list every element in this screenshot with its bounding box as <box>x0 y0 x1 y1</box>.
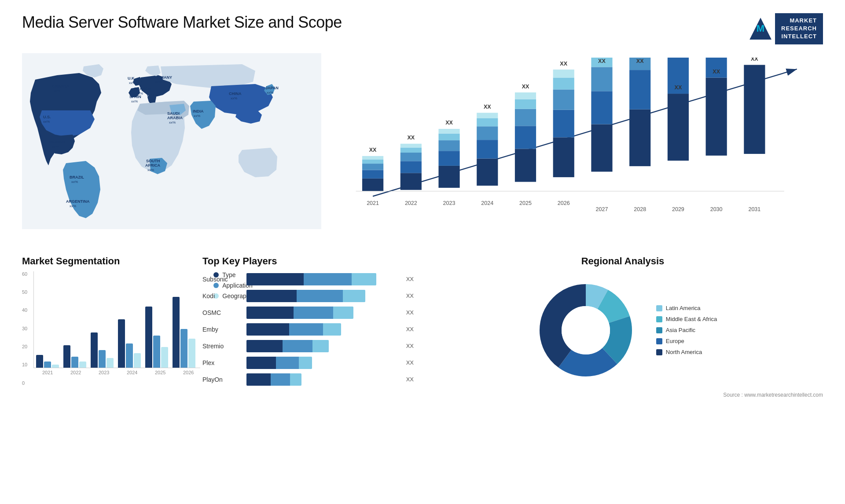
svg-text:XX: XX <box>751 58 758 62</box>
svg-rect-28 <box>400 161 422 173</box>
player-row-plex: Plex XX <box>202 357 414 369</box>
growth-chart-container: XX 2021 XX 2022 XX 2023 <box>321 53 823 242</box>
regional-title: Regional Analysis <box>422 256 823 267</box>
southafrica-label: SOUTH <box>146 159 160 163</box>
player-name-playon: PlayOn <box>202 376 242 383</box>
seg-bar-type-2021 <box>36 355 43 368</box>
legend-north-america: North America <box>656 349 717 355</box>
svg-rect-69 <box>629 70 650 110</box>
svg-text:xx%: xx% <box>231 96 237 100</box>
svg-text:AFRICA: AFRICA <box>145 163 160 168</box>
svg-text:XX: XX <box>675 84 682 91</box>
svg-line-18 <box>373 69 797 196</box>
seg-group-2025 <box>145 307 168 368</box>
svg-rect-49 <box>515 126 536 149</box>
svg-rect-59 <box>553 69 574 77</box>
india-label: INDIA <box>193 109 204 113</box>
player-row-osmc: OSMC XX <box>202 307 414 319</box>
segmentation-title: Market Segmentation <box>22 256 194 267</box>
players-section: Top Key Players Subsonic XX Kodi <box>202 256 414 440</box>
seg-group-2022 <box>63 345 86 368</box>
svg-rect-48 <box>515 149 536 182</box>
players-title: Top Key Players <box>202 256 414 267</box>
svg-text:xx%: xx% <box>194 114 200 118</box>
svg-text:xx%: xx% <box>54 89 60 93</box>
svg-rect-37 <box>438 133 459 140</box>
svg-text:2025: 2025 <box>519 200 532 206</box>
page-title: Media Server Software Market Size and Sc… <box>22 13 342 32</box>
svg-text:2023: 2023 <box>443 200 456 206</box>
player-bar-playon <box>246 373 399 386</box>
svg-text:XX: XX <box>484 103 491 110</box>
seg-bar-app-2021 <box>44 362 51 368</box>
player-name-plex: Plex <box>202 359 242 366</box>
svg-text:2022: 2022 <box>405 200 417 206</box>
seg-xlabel-2026: 2026 <box>176 370 200 375</box>
svg-rect-30 <box>400 147 422 153</box>
player-row-playon: PlayOn XX <box>202 373 414 386</box>
player-xx-plex: XX <box>406 359 414 366</box>
player-bar-osmc <box>246 307 399 319</box>
svg-text:xx%: xx% <box>43 120 50 124</box>
brazil-label: BRAZIL <box>70 175 84 179</box>
svg-text:XX: XX <box>522 83 529 89</box>
svg-rect-27 <box>400 173 422 190</box>
player-row-stremio: Stremio XX <box>202 340 414 352</box>
legend-asia-pacific-color <box>656 327 662 333</box>
svg-rect-38 <box>438 129 459 134</box>
svg-text:XX: XX <box>636 58 644 64</box>
svg-rect-78 <box>744 65 765 153</box>
seg-group-2021 <box>36 355 59 368</box>
argentina-label: ARGENTINA <box>66 199 90 204</box>
legend-europe-color <box>656 338 662 344</box>
china-label: CHINA <box>229 91 242 96</box>
svg-rect-44 <box>477 118 498 126</box>
player-name-stremio: Stremio <box>202 343 242 350</box>
player-name-emby: Emby <box>202 326 242 333</box>
donut-container: Latin America Middle East & Africa Asia … <box>422 273 823 387</box>
uk-label: U.K. <box>128 76 136 80</box>
player-bar-kodi <box>246 290 399 302</box>
legend-mea-color <box>656 316 662 322</box>
donut-chart <box>529 273 643 387</box>
svg-text:XX: XX <box>598 58 606 64</box>
legend-asia-pacific: Asia Pacific <box>656 327 717 333</box>
svg-rect-22 <box>362 164 383 170</box>
svg-rect-36 <box>438 140 459 151</box>
page-container: Media Server Software Market Size and Sc… <box>0 0 845 504</box>
saudi-label: SAUDI <box>167 111 180 116</box>
legend-europe: Europe <box>656 338 717 344</box>
svg-text:xx%: xx% <box>267 91 273 95</box>
player-row-subsonic: Subsonic XX <box>202 273 414 285</box>
player-name-osmc: OSMC <box>202 309 242 316</box>
legend-latin-america-color <box>656 305 662 311</box>
spain-label: SPAIN <box>129 95 141 99</box>
svg-rect-31 <box>400 143 422 147</box>
svg-rect-45 <box>477 113 498 118</box>
us-label: U.S. <box>43 115 51 119</box>
seg-xlabel-2023: 2023 <box>92 370 116 375</box>
svg-rect-29 <box>400 153 422 161</box>
player-xx-stremio: XX <box>406 343 414 349</box>
logo-text: MARKET RESEARCH INTELLECT <box>775 13 823 44</box>
player-xx-emby: XX <box>406 326 414 332</box>
svg-text:xx%: xx% <box>147 168 154 172</box>
seg-group-2026 <box>173 297 195 368</box>
svg-text:xx%: xx% <box>155 80 162 84</box>
svg-rect-56 <box>553 110 574 137</box>
svg-text:XX: XX <box>560 60 567 66</box>
legend-mea: Middle East & Africa <box>656 316 717 322</box>
player-name-subsonic: Subsonic <box>202 276 242 283</box>
svg-text:xx%: xx% <box>148 98 155 102</box>
player-bar-emby <box>246 323 399 336</box>
donut-legend: Latin America Middle East & Africa Asia … <box>656 305 717 355</box>
legend-latin-america: Latin America <box>656 305 717 311</box>
regional-section: Regional Analysis <box>422 256 823 440</box>
player-xx-playon: XX <box>406 376 414 383</box>
segmentation-section: Market Segmentation 60 50 40 30 20 10 0 <box>22 256 194 440</box>
svg-rect-50 <box>515 109 536 126</box>
svg-text:2028: 2028 <box>634 206 646 212</box>
svg-text:2024: 2024 <box>481 200 493 206</box>
source-text: Source : www.marketresearchintellect.com <box>422 392 823 398</box>
mexico-label: MEXICO <box>49 140 65 144</box>
